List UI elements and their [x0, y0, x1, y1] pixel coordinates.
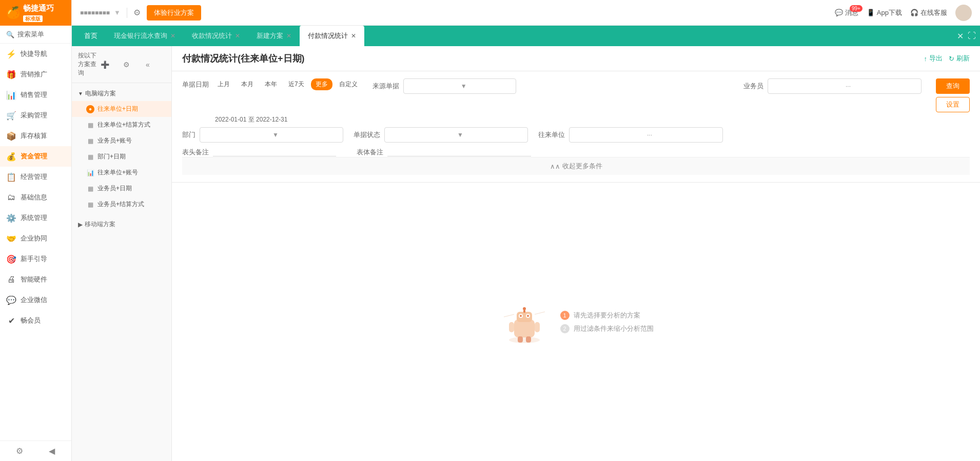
scheme-item-label-6: 业务员+结算方式: [97, 200, 144, 209]
settings-btn[interactable]: ⚙: [5, 446, 34, 456]
source-and-salesperson: 来源单据 ▼ 业务员 ···: [373, 78, 922, 94]
counterpart-select[interactable]: ···: [569, 127, 723, 143]
scheme-item-5[interactable]: ▦ 业务员+日期: [72, 181, 171, 196]
online-service-btn[interactable]: 🎧 在线客服: [910, 8, 947, 17]
user-avatar[interactable]: [955, 5, 972, 21]
scheme-item-label-1: 往来单位+结算方式: [97, 121, 150, 129]
svg-point-6: [527, 315, 529, 317]
svg-point-0: [509, 337, 540, 343]
filter-row-1: 单据日期 上月 本月 本年 近7天 更多 自定义 来源单据: [182, 78, 970, 112]
svg-rect-2: [517, 312, 532, 322]
empty-content: 1 请先选择要分析的方案 2 用过滤条件来缩小分析范围: [499, 296, 654, 348]
query-btn[interactable]: 查询: [936, 78, 970, 94]
sidebar-item-quicknav[interactable]: ⚡ 快捷导航: [0, 44, 71, 64]
edit-scheme-btn[interactable]: ⚙: [123, 61, 143, 69]
system-icon: ⚙️: [6, 213, 16, 223]
topbar-logo: ■■■■■■■■ ▼: [80, 9, 121, 16]
date-btn-7days[interactable]: 近7天: [284, 78, 309, 90]
sidebar-item-basic-info[interactable]: 🗂 基础信息: [0, 187, 71, 208]
collapse-sidebar-btn[interactable]: ◀: [38, 446, 67, 456]
source-filter: 来源单据 ▼: [373, 78, 516, 94]
export-label: 导出: [929, 54, 943, 63]
sidebar-item-marketing[interactable]: 🎁 营销推广: [0, 64, 71, 85]
sidebar-label-quicknav: 快捷导航: [21, 49, 47, 58]
finance-icon: 💰: [6, 151, 16, 162]
sidebar-item-member[interactable]: ✔ 畅会员: [0, 310, 71, 331]
body-note-label: 表体备注: [357, 148, 383, 157]
sidebar: 🍊 畅捷通巧 标准版 🔍 搜索菜单 ⚡ 快捷导航 🎁 营销推广 📊 销售管理 🛒…: [0, 0, 72, 461]
topbar-breadcrumb: ■■■■■■■■: [80, 9, 110, 16]
mobile-group-title[interactable]: ▶ 移动端方案: [72, 217, 171, 231]
trial-btn[interactable]: 体验行业方案: [147, 5, 201, 21]
member-icon: ✔: [6, 315, 16, 326]
scheme-item-label-3: 部门+日期: [97, 152, 126, 161]
sidebar-label-system: 系统管理: [21, 213, 47, 223]
sidebar-item-hardware[interactable]: 🖨 智能硬件: [0, 269, 71, 290]
collapse-more-btn[interactable]: ∧∧ 收起更多条件: [550, 162, 602, 171]
desktop-group-label: 电脑端方案: [85, 89, 116, 98]
refresh-btn[interactable]: ↻ 刷新: [949, 54, 970, 63]
app-download-btn[interactable]: 📱 App下载: [867, 8, 902, 17]
search-menu[interactable]: 🔍 搜索菜单: [0, 26, 71, 44]
scheme-icon-3: ▦: [86, 153, 94, 161]
tab-newplan-close[interactable]: ✕: [286, 32, 291, 39]
sidebar-item-newbie[interactable]: 🎯 新手引导: [0, 249, 71, 269]
tab-paymentstat-close[interactable]: ✕: [351, 32, 356, 39]
scheme-item-0[interactable]: ● 往来单位+日期: [72, 101, 171, 117]
body-note-filter: 表体备注: [357, 148, 531, 157]
message-btn[interactable]: 💬 消息 99+: [835, 8, 858, 17]
tip-text-1: 请先选择要分析的方案: [574, 311, 640, 320]
tab-bank-close[interactable]: ✕: [170, 32, 175, 39]
sidebar-item-sales[interactable]: 📊 销售管理: [0, 85, 71, 105]
sidebar-item-weixin[interactable]: 💬 企业微信: [0, 290, 71, 310]
operation-icon: 📋: [6, 172, 16, 182]
tab-receipt[interactable]: 收款情况统计 ✕: [184, 26, 248, 46]
add-scheme-btn[interactable]: ➕: [101, 61, 120, 69]
date-btn-more[interactable]: 更多: [311, 78, 332, 90]
service-icon: 🎧: [910, 9, 918, 16]
main-area: ■■■■■■■■ ▼ ⚙ 体验行业方案 💬 消息 99+ 📱 App下载 🎧 在…: [72, 0, 980, 461]
sidebar-item-purchase[interactable]: 🛒 采购管理: [0, 105, 71, 126]
tab-bank[interactable]: 现金银行流水查询 ✕: [106, 26, 184, 46]
source-select[interactable]: ▼: [403, 78, 516, 94]
date-btn-last-month[interactable]: 上月: [213, 78, 234, 90]
dept-select[interactable]: ▼: [200, 127, 343, 143]
inventory-icon: 📦: [6, 131, 16, 141]
collapse-panel-btn[interactable]: «: [146, 61, 165, 69]
docstatus-label: 单据状态: [354, 130, 380, 139]
docstatus-filter: 单据状态 ▼: [354, 127, 528, 143]
desktop-scheme-group: ▼ 电脑端方案 ● 往来单位+日期 ▦ 往来单位+结算方式 ▦ 业务员+账号 ▦: [72, 83, 171, 215]
scheme-item-6[interactable]: ▦ 业务员+结算方式: [72, 196, 171, 212]
tab-home[interactable]: 首页: [76, 26, 106, 46]
sidebar-label-enterprise: 企业协同: [21, 234, 47, 243]
date-btn-this-month[interactable]: 本月: [237, 78, 258, 90]
docstatus-select[interactable]: ▼: [384, 127, 528, 143]
sidebar-item-enterprise[interactable]: 🤝 企业协同: [0, 228, 71, 249]
salesperson-dots: ···: [846, 83, 917, 90]
sidebar-item-finance[interactable]: 💰 资金管理: [0, 146, 71, 167]
sidebar-item-inventory[interactable]: 📦 库存核算: [0, 126, 71, 146]
filter-settings-btn[interactable]: 设置: [936, 97, 970, 112]
fullscreen-btn[interactable]: ⛶: [968, 31, 976, 41]
tab-receipt-close[interactable]: ✕: [235, 32, 240, 39]
sales-icon: 📊: [6, 90, 16, 100]
hardware-icon: 🖨: [6, 274, 16, 285]
scheme-item-2[interactable]: ▦ 业务员+账号: [72, 133, 171, 149]
settings-icon[interactable]: ⚙: [133, 8, 141, 17]
date-btn-this-year[interactable]: 本年: [260, 78, 282, 90]
sidebar-item-operation[interactable]: 📋 经营管理: [0, 167, 71, 187]
tab-payment-stat[interactable]: 付款情况统计 ✕: [300, 26, 364, 46]
scheme-item-3[interactable]: ▦ 部门+日期: [72, 149, 171, 165]
scheme-item-1[interactable]: ▦ 往来单位+结算方式: [72, 117, 171, 133]
scheme-item-4[interactable]: 📊 往来单位+账号: [72, 165, 171, 181]
desktop-group-title[interactable]: ▼ 电脑端方案: [72, 86, 171, 101]
date-btn-custom[interactable]: 自定义: [335, 78, 362, 90]
sidebar-item-system[interactable]: ⚙️ 系统管理: [0, 208, 71, 228]
scheme-item-label-2: 业务员+账号: [97, 136, 132, 145]
export-btn[interactable]: ↑ 导出: [924, 54, 943, 63]
salesperson-select[interactable]: ···: [768, 78, 922, 94]
collapse-arrow-icon: ∧∧: [550, 163, 560, 170]
header-note-filter: 表头备注: [182, 148, 336, 157]
close-all-tabs-btn[interactable]: ✕: [957, 31, 964, 41]
tab-new-plan[interactable]: 新建方案 ✕: [248, 26, 300, 46]
